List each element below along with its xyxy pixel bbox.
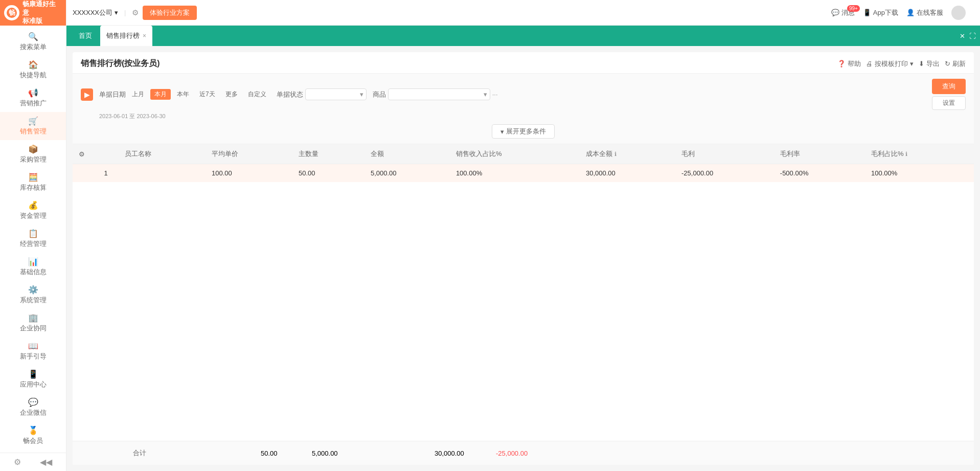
system-icon: ⚙️ <box>28 285 38 295</box>
page-title: 销售排行榜(按业务员) <box>81 58 837 69</box>
sidebar-item-wechat[interactable]: 💬 企业微信 <box>0 393 66 421</box>
data-table: ⚙ 员工名称 平均单价 主数量 全额 销售收入占比% 成本全额 ℹ 毛利 毛利率… <box>73 144 974 182</box>
date-btn-this-month[interactable]: 本月 <box>150 89 171 100</box>
app-download-button[interactable]: 📱 App下载 <box>863 8 898 17</box>
shortcut-icon: 🏠 <box>28 60 38 70</box>
query-button[interactable]: 查询 <box>932 79 966 94</box>
collapse-icon[interactable]: ◀◀ <box>40 457 52 467</box>
print-dropdown-icon: ▾ <box>910 60 914 68</box>
sidebar-item-shortcut[interactable]: 🏠 快捷导航 <box>0 56 66 84</box>
filter-expand-arrow[interactable]: ▶ <box>81 88 93 101</box>
footer-cost: 30,000.00 <box>428 445 490 461</box>
tab-close-window-icon[interactable]: ✕ <box>960 32 965 40</box>
avatar[interactable] <box>951 6 966 20</box>
sidebar-item-label-shortcut: 快捷导航 <box>20 71 47 80</box>
footer-empty-settings <box>81 445 101 461</box>
company-name: XXXXXX公司 <box>73 8 112 17</box>
goods-filter: 商品 ··· <box>373 88 498 100</box>
sidebar-item-search[interactable]: 🔍 搜索菜单 <box>0 28 66 56</box>
date-btn-this-year[interactable]: 本年 <box>173 89 193 100</box>
sidebar-item-sales[interactable]: 🛒 销售管理 <box>0 112 66 140</box>
sidebar-item-vip[interactable]: 🏅 畅会员 <box>0 421 66 450</box>
appstore-icon: 📱 <box>28 369 38 379</box>
gross-pct-info-icon[interactable]: ℹ <box>905 151 907 157</box>
doc-status-label: 单据状态 <box>277 90 303 99</box>
sidebar-item-inventory[interactable]: 🧮 库存核算 <box>0 168 66 196</box>
message-icon: 💬 <box>831 9 839 16</box>
sidebar-item-marketing[interactable]: 📢 营销推广 <box>0 84 66 112</box>
sidebar-item-label-inventory: 库存核算 <box>20 183 47 192</box>
sidebar-item-enterprise[interactable]: 🏢 企业协同 <box>0 309 66 337</box>
sidebar-item-purchase[interactable]: 📦 采购管理 <box>0 140 66 168</box>
doc-status-select-wrapper <box>305 88 367 100</box>
sidebar-item-operations[interactable]: 📋 经营管理 <box>0 225 66 253</box>
sales-icon: 🛒 <box>28 116 38 126</box>
col-gross-rate: 毛利率 <box>774 144 865 164</box>
sidebar-item-finance[interactable]: 💰 资金管理 <box>0 196 66 225</box>
company-selector[interactable]: XXXXXX公司 ▾ <box>73 8 118 17</box>
inner-page: 销售排行榜(按业务员) ❓ 帮助 🖨 按模板打印 ▾ ⬇ 导出 <box>73 52 974 465</box>
expand-more-button[interactable]: ▾ 展开更多条件 <box>492 124 555 139</box>
footer-avg-price <box>203 445 255 461</box>
print-icon: 🖨 <box>866 60 873 68</box>
sidebar-item-label-enterprise: 企业协同 <box>20 324 47 333</box>
goods-select-wrapper <box>388 88 490 100</box>
date-filter-field: 单据日期 上月 本月 本年 近7天 更多 自定义 <box>99 89 270 100</box>
topbar-gear-icon[interactable]: ⚙ <box>132 8 139 17</box>
col-avg-price: 平均单价 <box>206 144 292 164</box>
sidebar-bottom: ⚙ ◀◀ <box>0 453 66 471</box>
message-button[interactable]: 💬 消息 99+ <box>831 8 855 17</box>
settings-button[interactable]: 设置 <box>932 96 966 110</box>
row-gross-rate-0: -500.00% <box>774 164 865 183</box>
col-qty: 主数量 <box>292 144 364 164</box>
sidebar-item-label-vip: 畅会员 <box>23 436 43 445</box>
sidebar-item-label-system: 系统管理 <box>20 296 47 305</box>
filter-more-dots[interactable]: ··· <box>492 91 498 98</box>
guide-icon: 📖 <box>28 341 38 351</box>
template-print-button[interactable]: 🖨 按模板打印 ▾ <box>866 59 914 69</box>
cost-info-icon[interactable]: ℹ <box>614 151 617 157</box>
vip-icon: 🏅 <box>28 425 38 435</box>
date-btn-prev-month[interactable]: 上月 <box>128 89 148 100</box>
help-button[interactable]: ❓ 帮助 <box>837 59 861 69</box>
date-btn-last7[interactable]: 近7天 <box>195 89 219 100</box>
sidebar-item-appstore[interactable]: 📱 应用中心 <box>0 365 66 393</box>
table-row: 1 100.00 50.00 5,000.00 100.00% 30,000.0… <box>73 164 974 183</box>
query-btn-area: 查询 设置 <box>932 79 966 110</box>
sidebar-item-label-sales: 销售管理 <box>20 127 47 136</box>
sidebar-item-label-search: 搜索菜单 <box>20 42 47 52</box>
settings-bottom-icon[interactable]: ⚙ <box>14 457 21 467</box>
col-amount: 全额 <box>364 144 450 164</box>
date-btn-custom[interactable]: 自定义 <box>244 89 270 100</box>
tab-sales-ranking[interactable]: 销售排行榜 × <box>100 26 152 46</box>
online-service-button[interactable]: 👤 在线客服 <box>906 8 943 17</box>
sidebar-item-basic[interactable]: 📊 基础信息 <box>0 253 66 281</box>
tab-close-icon[interactable]: × <box>143 32 146 39</box>
row-gross-0: -25,000.00 <box>675 164 774 183</box>
marketing-icon: 📢 <box>28 88 38 98</box>
tab-maximize-icon[interactable]: ⛶ <box>969 32 976 40</box>
sidebar-item-label-operations: 经营管理 <box>20 239 47 249</box>
sidebar-item-system[interactable]: ⚙️ 系统管理 <box>0 281 66 309</box>
goods-select[interactable] <box>388 88 490 100</box>
tab-home[interactable]: 首页 <box>71 26 100 46</box>
footer-sales-pct <box>367 445 428 461</box>
sidebar-item-guide[interactable]: 📖 新手引导 <box>0 337 66 365</box>
trial-button[interactable]: 体验行业方案 <box>143 6 197 20</box>
enterprise-icon: 🏢 <box>28 313 38 323</box>
doc-status-select[interactable] <box>305 88 367 100</box>
export-button[interactable]: ⬇ 导出 <box>919 59 940 69</box>
refresh-icon: ↻ <box>945 60 950 68</box>
filter-bar: ▶ 单据日期 上月 本月 本年 近7天 更多 自定义 <box>73 74 974 144</box>
footer-label: 合计 <box>127 445 203 461</box>
row-settings-0 <box>73 164 93 183</box>
footer-table: 合计 50.00 5,000.00 30,000.00 -25,000.00 <box>81 445 966 461</box>
date-btn-more[interactable]: 更多 <box>221 89 242 100</box>
footer-gross-rate <box>551 445 759 461</box>
refresh-button[interactable]: ↻ 刷新 <box>945 59 966 69</box>
date-range-text: 2023-06-01 至 2023-06-30 <box>99 113 166 119</box>
table-footer: 合计 50.00 5,000.00 30,000.00 -25,000.00 <box>73 441 974 465</box>
topbar-right: 💬 消息 99+ 📱 App下载 👤 在线客服 <box>831 6 974 20</box>
logo-text: 畅康通好生意 标准版 <box>22 0 62 26</box>
date-range-buttons: 上月 本月 本年 近7天 更多 自定义 <box>128 89 270 100</box>
